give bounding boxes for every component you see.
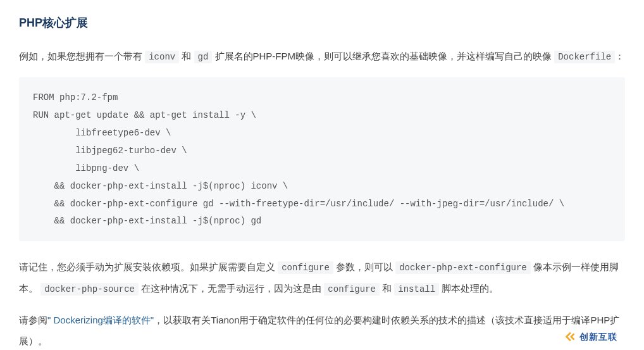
logo-icon <box>563 330 577 344</box>
text: 请参阅 <box>19 315 47 325</box>
text: 和 <box>179 51 194 61</box>
dockerfile-code: FROM php:7.2-fpm RUN apt-get update && a… <box>33 92 564 226</box>
inline-code-install: install <box>394 283 439 296</box>
text: 和 <box>380 283 394 294</box>
text: ： <box>615 51 624 61</box>
section-heading: PHP核心扩展 <box>19 13 625 33</box>
text: 扩展名的PHP-FPM映像，则可以继承您喜欢的基础映像，并这样编写自己的映像 <box>212 51 554 61</box>
inline-code-iconv: iconv <box>145 51 179 63</box>
inline-code-php-source: docker-php-source <box>40 283 139 296</box>
paragraph-1: 例如，如果您想拥有一个带有 iconv 和 gd 扩展名的PHP-FPM映像，则… <box>19 46 625 67</box>
text: 参数，则可以 <box>333 261 395 272</box>
paragraph-2: 请记住，您必须手动为扩展安装依赖项。如果扩展需要自定义 configure 参数… <box>19 256 625 299</box>
brand-logo: 创新互联 <box>563 329 617 345</box>
article-body: PHP核心扩展 例如，如果您想拥有一个带有 iconv 和 gd 扩展名的PHP… <box>19 13 625 350</box>
inline-code-ext-configure: docker-php-ext-configure <box>395 261 531 274</box>
paragraph-3: 请参阅" Dockerizing编译的软件"，以获取有关Tianon用于确定软件… <box>19 309 625 350</box>
dockerfile-codeblock: FROM php:7.2-fpm RUN apt-get update && a… <box>19 77 625 241</box>
dockerizing-link[interactable]: " Dockerizing编译的软件" <box>47 315 154 325</box>
text: 例如，如果您想拥有一个带有 <box>19 51 145 61</box>
inline-code-configure: configure <box>278 261 333 274</box>
inline-code-dockerfile: Dockerfile <box>554 51 615 63</box>
text: 在这种情况下，无需手动运行，因为这是由 <box>139 283 324 294</box>
logo-text: 创新互联 <box>579 329 617 345</box>
inline-code-gd: gd <box>194 51 213 63</box>
text: 请记住，您必须手动为扩展安装依赖项。如果扩展需要自定义 <box>19 261 278 272</box>
text: 脚本处理的。 <box>439 283 498 294</box>
inline-code-configure2: configure <box>324 283 380 296</box>
